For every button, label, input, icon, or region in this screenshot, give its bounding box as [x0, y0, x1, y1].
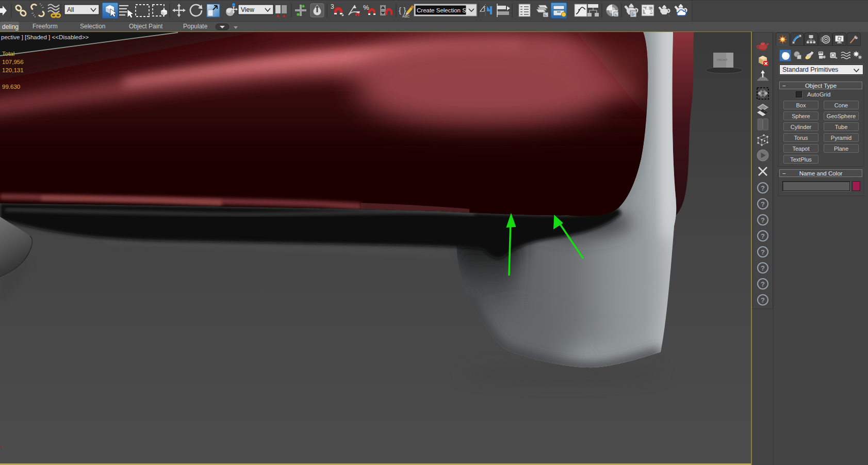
svg-text:3: 3 — [331, 3, 334, 10]
svg-text:Create Selection Se: Create Selection Se — [417, 7, 469, 13]
svg-text:ABC: ABC — [402, 14, 410, 18]
svg-text:All: All — [67, 6, 74, 13]
svg-text:View: View — [241, 6, 254, 13]
svg-text:?: ? — [761, 296, 765, 304]
svg-text:%: % — [363, 4, 369, 11]
svg-text:?: ? — [761, 248, 765, 256]
svg-text:?: ? — [761, 280, 765, 288]
svg-text:?: ? — [761, 264, 765, 272]
svg-text:?: ? — [761, 232, 765, 240]
svg-text:?: ? — [761, 184, 765, 192]
svg-text:FRONT: FRONT — [717, 58, 728, 61]
svg-text:?: ? — [761, 216, 765, 224]
svg-text:?: ? — [761, 200, 765, 208]
svg-text:{ }: { } — [399, 6, 406, 14]
svg-text:x: x — [1, 444, 3, 449]
